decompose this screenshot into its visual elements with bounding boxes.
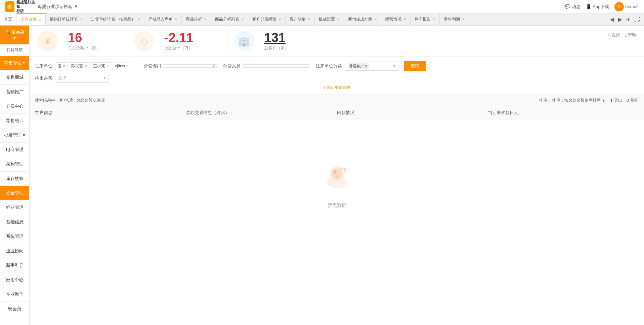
tab-fullscreen-icon[interactable]: ⛶ bbox=[633, 16, 641, 23]
filter-person-select[interactable]: ··· bbox=[243, 64, 310, 68]
tab-close-icon[interactable]: ✕ bbox=[175, 17, 177, 21]
stat-amount: ◇ -2.11 欠款合计（万） bbox=[134, 31, 220, 51]
tab-profit-report[interactable]: 利润报告 ✕ bbox=[411, 13, 440, 26]
tab-home[interactable]: 首页 bbox=[0, 13, 16, 26]
tab-close-icon[interactable]: ✕ bbox=[337, 17, 340, 21]
tab-production-in[interactable]: 产成品入库单 ✕ bbox=[144, 13, 182, 26]
tab-scroll-right-icon[interactable]: ▶ bbox=[617, 15, 624, 23]
tab-customer-tier[interactable]: 客户分层经营 ✕ bbox=[248, 13, 286, 26]
sidebar-quick-nav[interactable]: 快捷导航 bbox=[0, 44, 29, 56]
tag-remove-wu[interactable]: ✕ bbox=[62, 64, 65, 68]
tab-scroll-left-icon[interactable]: ◀ bbox=[609, 15, 615, 23]
stat3-bg-icon: 🏢 bbox=[234, 31, 254, 51]
tab-product-analysis[interactable]: 商品分析 ✕ bbox=[182, 13, 211, 26]
sidebar-item-retail-mgmt[interactable]: 零售管理 ▾ bbox=[0, 56, 29, 70]
tag-remove-chen[interactable]: ✕ bbox=[84, 64, 87, 68]
tab-new-commission[interactable]: 新增提成方案 ✕ bbox=[344, 13, 381, 26]
sidebar-item-member[interactable]: 畅会员 bbox=[0, 302, 29, 316]
logo-icon: 🌟 bbox=[5, 1, 14, 12]
sidebar-item-retail-stats[interactable]: 零售统计 bbox=[0, 114, 29, 128]
filter-tag-wangxiaoliang: 王小亮 ✕ bbox=[91, 62, 111, 70]
stats-bar-actions: ▷ 视频 ℹ 帮助 bbox=[608, 31, 636, 38]
table-area: 客户信息 欠款交易信息（占比） 回款情况 到期未收款日期 bbox=[30, 106, 644, 325]
sidebar-item-basic-info[interactable]: 基础信息 bbox=[0, 215, 29, 229]
empty-illustration bbox=[320, 158, 354, 192]
sidebar-item-inventory[interactable]: 库存核算 bbox=[0, 172, 29, 186]
sort-selector[interactable]: 排序： 排序：按欠款金额倒序排序 ▼ bbox=[539, 98, 606, 103]
tab-close-icon[interactable]: ✕ bbox=[241, 17, 244, 21]
table-col-debt-info: 欠款交易信息（占比） bbox=[186, 110, 337, 116]
export-icon: ⬆ bbox=[610, 98, 613, 103]
refresh-icon: ↺ bbox=[626, 98, 630, 103]
tab-customer-account[interactable]: 客户账本 ✕ bbox=[16, 13, 46, 26]
tab-close-icon[interactable]: ✕ bbox=[204, 17, 207, 21]
result-actions: 排序： 排序：按欠款金额倒序排序 ▼ ⬆ 导出 ↺ 刷新 bbox=[539, 98, 639, 103]
download-icon: 📱 bbox=[586, 4, 591, 9]
stat3-label: 总客户（家） bbox=[264, 45, 289, 51]
filter-dept-select[interactable]: ▼ bbox=[164, 64, 218, 68]
sidebar-item-ecommerce[interactable]: 电商管理 bbox=[0, 143, 29, 157]
sidebar-item-business-mgmt[interactable]: 经营管理 bbox=[0, 201, 29, 215]
filter-unit-class-select[interactable]: 普通客户 ✕ ▼ bbox=[345, 62, 398, 71]
stat-total-customers: 🏢 131 总客户（家） bbox=[234, 31, 309, 51]
help-button[interactable]: ℹ 帮助 bbox=[625, 32, 636, 38]
sidebar-search[interactable]: 🔍 搜索菜单 bbox=[0, 26, 29, 44]
tab-close-icon[interactable]: ✕ bbox=[308, 17, 310, 21]
tab-inbound-stats[interactable]: 进货单统计表（按商品） ✕ bbox=[87, 13, 144, 26]
tab-close-icon[interactable]: ✕ bbox=[39, 18, 41, 22]
svg-point-4 bbox=[344, 168, 346, 171]
tab-commission-settings[interactable]: 提成设置 ✕ bbox=[315, 13, 344, 26]
unit-class-remove-icon[interactable]: ✕ bbox=[364, 64, 368, 68]
collapse-button[interactable]: ∧ 收起更多条件 bbox=[323, 85, 351, 91]
tab-close-icon[interactable]: ✕ bbox=[374, 17, 377, 21]
tab-business-status[interactable]: 经营情况 ✕ bbox=[381, 13, 411, 26]
sidebar-item-purchase-mgmt[interactable]: 采购管理 bbox=[0, 157, 29, 172]
sidebar-item-wechat[interactable]: 企业微信 bbox=[0, 287, 29, 302]
table-header: 客户信息 欠款交易信息（占比） 回款情况 到期未收款日期 bbox=[30, 106, 644, 119]
logo-area: 🌟 畅捷通好生意 标版 bbox=[5, 0, 35, 13]
app-download-button[interactable]: 📱 App下载 bbox=[586, 4, 609, 10]
filter-bar: 往来单位 伍 ✕ 陈民强 ✕ 王小亮 ✕ bbox=[30, 57, 644, 95]
sidebar-item-retail-mall[interactable]: 零售商城 bbox=[0, 70, 29, 85]
stat3-value[interactable]: 131 bbox=[264, 31, 289, 44]
nav-tabs: 首页 客户账本 ✕ 采购订单统计表 ✕ 进货单统计表（按商品） ✕ 产成品入库单… bbox=[0, 13, 644, 26]
sidebar-item-marketing[interactable]: 营销推广 bbox=[0, 85, 29, 99]
filter-balance-select[interactable]: 选择... ▼ bbox=[55, 74, 109, 83]
sidebar-item-newcomer-guide[interactable]: 新手引导 bbox=[0, 258, 29, 273]
sort-label: 排序： bbox=[539, 98, 551, 103]
tab-close-icon[interactable]: ✕ bbox=[462, 17, 465, 21]
tab-close-icon[interactable]: ✕ bbox=[403, 17, 406, 21]
sidebar-item-member-center[interactable]: 会员中心 bbox=[0, 99, 29, 114]
stats-divider-2 bbox=[227, 31, 227, 51]
filter-tags-more[interactable]: ... bbox=[132, 64, 136, 68]
stat-customers: ¥ 16 总欠款客户（家） bbox=[38, 31, 120, 51]
tab-close-icon[interactable]: ✕ bbox=[278, 17, 281, 21]
sidebar-item-system-mgmt[interactable]: 系统管理 bbox=[0, 229, 29, 244]
tab-close-icon[interactable]: ✕ bbox=[137, 17, 140, 21]
sidebar-item-capital-mgmt[interactable]: 资金管理 bbox=[0, 186, 29, 201]
sidebar-item-enterprise-collab[interactable]: 企业协同 bbox=[0, 244, 29, 258]
refresh-button[interactable]: ↺ 刷新 bbox=[626, 98, 639, 103]
empty-icon bbox=[320, 158, 354, 198]
avatar: D bbox=[614, 2, 624, 11]
tab-purchase-order[interactable]: 采购订单统计表 ✕ bbox=[46, 13, 87, 26]
tag-remove-cjttcw[interactable]: ✕ bbox=[126, 64, 129, 68]
tab-customer-contact[interactable]: 客户联络 ✕ bbox=[286, 13, 315, 26]
query-button[interactable]: 查询 bbox=[404, 61, 426, 71]
video-button[interactable]: ▷ 视频 bbox=[608, 32, 620, 38]
message-icon: 💬 bbox=[565, 4, 570, 9]
tab-close-icon[interactable]: ✕ bbox=[80, 17, 83, 21]
filter-tag-wu: 伍 ✕ bbox=[55, 62, 68, 70]
tab-expand-icon[interactable]: ⊞ bbox=[625, 15, 632, 23]
tab-retail-profit[interactable]: 零售利润 ✕ bbox=[440, 13, 469, 26]
export-button[interactable]: ⬆ 导出 bbox=[610, 98, 622, 103]
message-button[interactable]: 💬 消息 bbox=[565, 4, 581, 10]
sidebar-item-wholesale-mgmt[interactable]: 批发管理 ▾ bbox=[0, 128, 29, 143]
user-menu[interactable]: D demo2 bbox=[614, 2, 639, 11]
tag-remove-wang[interactable]: ✕ bbox=[106, 64, 109, 68]
company-selector[interactable]: 母婴行业演示帐套 ▼ bbox=[38, 4, 78, 10]
tab-close-icon[interactable]: ✕ bbox=[433, 17, 435, 21]
tab-product-analysis-list[interactable]: 商品分析列表 ✕ bbox=[211, 13, 248, 26]
sidebar-item-app-center[interactable]: 应用中心 bbox=[0, 273, 29, 287]
stat1-label: 总欠款客户（家） bbox=[68, 45, 100, 51]
